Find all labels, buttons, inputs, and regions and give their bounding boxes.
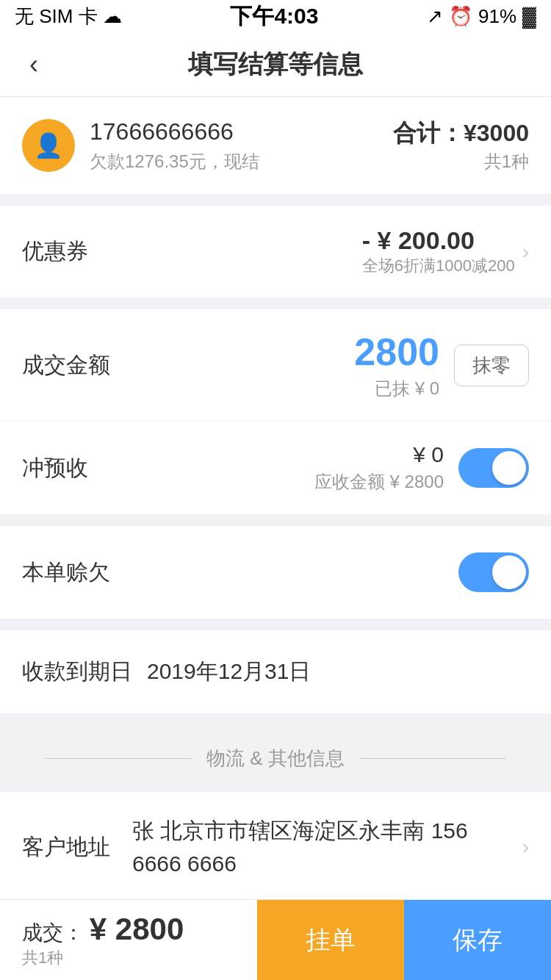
logistics-title: 物流 & 其他信息 [206, 746, 345, 771]
bottom-deal-amount: ¥ 2800 [90, 912, 184, 946]
prepay-row: 冲预收 ¥ 0 应收金额 ¥ 2800 [0, 422, 551, 514]
nav-bar: ‹ 填写结算等信息 [0, 32, 551, 97]
user-left: 👤 17666666666 欠款1276.35元，现结 [22, 118, 259, 173]
bottom-summary: 成交： ¥ 2800 共1种 [0, 912, 257, 969]
prepay-sub: 应收金额 ¥ 2800 [314, 470, 444, 494]
coupon-detail: 全场6折满1000减200 [362, 255, 515, 277]
battery-icon: ▓ [522, 5, 536, 28]
prepay-label: 冲预收 [22, 453, 88, 483]
address-chevron-icon: › [522, 835, 529, 859]
coupon-row[interactable]: 优惠券 - ¥ 200.00 全场6折满1000减200 › [0, 206, 551, 298]
sim-label: 无 SIM 卡 ☁ [15, 4, 122, 29]
amount-value: 2800 [354, 330, 439, 374]
back-button[interactable]: ‹ [22, 42, 46, 87]
logistics-header: 物流 & 其他信息 [0, 725, 551, 792]
address-row[interactable]: 客户地址 张 北京市市辖区海淀区永丰南 156 6666 6666 › [0, 792, 551, 902]
user-debt: 欠款1276.35元，现结 [90, 150, 259, 173]
avatar-icon: 👤 [34, 131, 63, 159]
bottom-count: 共1种 [22, 947, 235, 969]
alarm-icon: ⏰ [449, 5, 472, 28]
prepay-info: ¥ 0 应收金额 ¥ 2800 [314, 442, 444, 494]
content: 👤 17666666666 欠款1276.35元，现结 合计：¥3000 共1种… [0, 97, 551, 980]
debt-toggle[interactable] [458, 552, 529, 592]
prepay-right: ¥ 0 应收金额 ¥ 2800 [314, 442, 529, 494]
due-date-row: 收款到期日 2019年12月31日 [0, 630, 551, 713]
avatar: 👤 [22, 119, 75, 172]
status-right: ↗ ⏰ 91% ▓ [427, 5, 536, 28]
hang-button[interactable]: 挂单 [257, 900, 404, 980]
user-info: 17666666666 欠款1276.35元，现结 [90, 118, 259, 173]
address-chevron: › [522, 835, 529, 859]
user-phone: 17666666666 [90, 118, 259, 145]
status-time: 下午4:03 [230, 1, 318, 32]
address-label: 客户地址 [22, 832, 110, 862]
prepay-amount: ¥ 0 [314, 442, 444, 467]
bottom-actions: 挂单 保存 [257, 900, 551, 980]
amount-row: 成交金额 2800 已抹 ¥ 0 抹零 [0, 309, 551, 422]
save-button[interactable]: 保存 [404, 900, 551, 980]
address-value: 张 北京市市辖区海淀区永丰南 156 6666 6666 [132, 814, 522, 880]
page-title: 填写结算等信息 [188, 48, 363, 82]
location-icon: ↗ [427, 5, 443, 28]
logistics-line-left [45, 758, 192, 759]
bottom-bar: 成交： ¥ 2800 共1种 挂单 保存 [0, 899, 551, 980]
coupon-chevron-icon: › [522, 240, 529, 264]
amount-sub: 已抹 ¥ 0 [354, 377, 439, 400]
coupon-discount: - ¥ 200.00 [362, 226, 515, 255]
due-date-value: 2019年12月31日 [147, 657, 311, 687]
status-left: 无 SIM 卡 ☁ [15, 4, 122, 29]
debt-row: 本单赊欠 [0, 526, 551, 619]
toggle-knob [492, 451, 526, 485]
amount-label: 成交金额 [22, 350, 110, 381]
round-button[interactable]: 抹零 [454, 345, 529, 386]
total-count: 共1种 [393, 150, 529, 173]
user-right: 合计：¥3000 共1种 [393, 118, 529, 173]
prepay-toggle[interactable] [458, 448, 529, 488]
logistics-line-right [359, 758, 506, 759]
debt-toggle-knob [492, 555, 526, 589]
amount-right: 2800 已抹 ¥ 0 抹零 [354, 330, 529, 400]
status-bar: 无 SIM 卡 ☁ 下午4:03 ↗ ⏰ 91% ▓ [0, 0, 551, 32]
transaction-section: 成交金额 2800 已抹 ¥ 0 抹零 冲预收 ¥ 0 应收金额 ¥ 2800 [0, 309, 551, 514]
user-card: 👤 17666666666 欠款1276.35元，现结 合计：¥3000 共1种 [0, 97, 551, 194]
debt-label: 本单赊欠 [22, 558, 110, 588]
bottom-deal-label: 成交： [22, 921, 84, 944]
total-amount: 合计：¥3000 [393, 118, 529, 150]
due-date-label: 收款到期日 [22, 657, 132, 687]
coupon-right: - ¥ 200.00 全场6折满1000减200 › [362, 226, 529, 277]
battery-label: 91% [478, 5, 516, 28]
coupon-label: 优惠券 [22, 237, 88, 267]
